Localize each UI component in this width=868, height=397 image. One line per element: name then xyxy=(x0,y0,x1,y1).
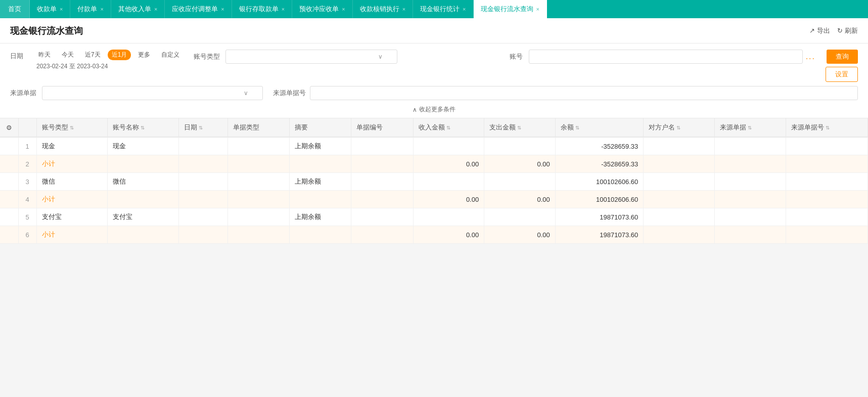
cell-income xyxy=(413,208,484,226)
cell-expense: 0.00 xyxy=(484,155,556,173)
row-number: 6 xyxy=(18,226,36,244)
nav-tab-3[interactable]: 应收应付调整单 × xyxy=(165,0,232,18)
tab-label: 其他收入单 xyxy=(118,5,151,14)
cell-income: 0.00 xyxy=(413,155,484,173)
refresh-button[interactable]: ↻ 刷新 xyxy=(837,26,858,35)
row-number: 1 xyxy=(18,137,36,155)
cell-doc_no xyxy=(351,137,413,155)
cell-date xyxy=(178,137,227,155)
row-gear-cell xyxy=(0,137,18,155)
collapse-icon: ∧ xyxy=(413,106,417,113)
cell-expense xyxy=(484,137,556,155)
cell-summary xyxy=(290,155,351,173)
tab-label: 银行存取款单 xyxy=(239,5,279,14)
nav-tab-4[interactable]: 银行存取款单 × xyxy=(232,0,292,18)
tab-close-icon[interactable]: × xyxy=(100,6,103,12)
collapse-label: 收起更多条件 xyxy=(419,105,455,114)
cell-acct_name xyxy=(108,226,179,244)
nav-tab-5[interactable]: 预收冲应收单 × xyxy=(292,0,352,18)
cell-source_doc_no xyxy=(786,173,868,191)
row-number: 4 xyxy=(18,191,36,208)
col-source-doc-no[interactable]: 来源单据号⇅ xyxy=(786,118,868,137)
cell-acct_type: 支付宝 xyxy=(36,208,108,226)
col-income[interactable]: 收入金额⇅ xyxy=(413,118,484,137)
cell-income: 0.00 xyxy=(413,226,484,244)
cell-summary xyxy=(290,226,351,244)
cell-doc_type xyxy=(227,226,289,244)
settings-button[interactable]: 设置 xyxy=(826,67,858,82)
nav-tab-8[interactable]: 现金银行流水查询 × xyxy=(474,0,547,18)
date-option-more[interactable]: 更多 xyxy=(134,50,154,60)
cell-source_doc_no xyxy=(786,155,868,173)
source-doc-select[interactable]: ∨ xyxy=(42,86,263,100)
tab-label: 收款单 xyxy=(37,5,57,14)
col-date[interactable]: 日期⇅ xyxy=(178,118,227,137)
date-options: 昨天 今天 近7天 近1月 更多 自定义 xyxy=(34,50,184,60)
acct-num-select[interactable] xyxy=(529,50,802,64)
col-expense[interactable]: 支出金额⇅ xyxy=(484,118,556,137)
col-acct-name[interactable]: 账号名称⇅ xyxy=(108,118,179,137)
date-option-today[interactable]: 今天 xyxy=(58,50,78,60)
home-label: 首页 xyxy=(8,5,21,14)
nav-tab-2[interactable]: 其他收入单 × xyxy=(111,0,165,18)
sort-icon: ⇅ xyxy=(676,125,680,130)
col-gear[interactable]: ⚙ xyxy=(0,118,18,137)
cell-balance: 100102606.60 xyxy=(555,191,643,208)
col-counterpart[interactable]: 对方户名⇅ xyxy=(644,118,715,137)
filter-area: 日期 昨天 今天 近7天 近1月 更多 自定义 2023-02-24 至 202… xyxy=(0,43,868,118)
refresh-label: 刷新 xyxy=(845,26,858,35)
cell-balance: 100102606.60 xyxy=(555,173,643,191)
cell-source_doc_no xyxy=(786,208,868,226)
tab-close-icon[interactable]: × xyxy=(154,6,157,12)
tab-close-icon[interactable]: × xyxy=(282,6,285,12)
cell-counterpart xyxy=(644,226,715,244)
tab-close-icon[interactable]: × xyxy=(342,6,345,12)
acct-num-dots[interactable]: ... xyxy=(806,52,815,61)
cell-balance: 19871073.60 xyxy=(555,226,643,244)
acct-type-select[interactable]: ∨ xyxy=(225,50,397,64)
cell-source_doc xyxy=(714,208,786,226)
col-acct-type[interactable]: 账号类型⇅ xyxy=(36,118,108,137)
row-gear-cell xyxy=(0,208,18,226)
tab-close-icon[interactable]: × xyxy=(536,6,539,12)
date-option-1month[interactable]: 近1月 xyxy=(108,50,131,60)
table-row: 6小计0.000.0019871073.60 xyxy=(0,226,868,244)
row-number: 3 xyxy=(18,173,36,191)
tab-close-icon[interactable]: × xyxy=(221,6,224,12)
tab-close-icon[interactable]: × xyxy=(463,6,466,12)
collapse-bar[interactable]: ∧ 收起更多条件 xyxy=(10,103,858,114)
sort-icon: ⇅ xyxy=(575,125,579,130)
row-gear-cell xyxy=(0,226,18,244)
nav-tab-1[interactable]: 付款单 × xyxy=(70,0,111,18)
cell-counterpart xyxy=(644,173,715,191)
row-gear-cell xyxy=(0,155,18,173)
source-doc-num-input[interactable] xyxy=(310,86,858,100)
date-option-custom[interactable]: 自定义 xyxy=(157,50,184,60)
col-balance[interactable]: 余额⇅ xyxy=(555,118,643,137)
col-doc-no: 单据编号 xyxy=(351,118,413,137)
cell-date xyxy=(178,173,227,191)
tab-label: 付款单 xyxy=(77,5,97,14)
nav-tab-7[interactable]: 现金银行统计 × xyxy=(413,0,473,18)
gear-icon[interactable]: ⚙ xyxy=(6,124,12,131)
nav-home[interactable]: 首页 xyxy=(0,0,30,18)
table-body: 1现金现金上期余额-3528659.332小计0.000.00-3528659.… xyxy=(0,137,868,244)
nav-tab-0[interactable]: 收款单 × xyxy=(30,0,70,18)
cell-acct_type: 小计 xyxy=(36,155,108,173)
date-option-7days[interactable]: 近7天 xyxy=(81,50,105,60)
cell-source_doc xyxy=(714,155,786,173)
date-option-yesterday[interactable]: 昨天 xyxy=(34,50,55,60)
cell-doc_no xyxy=(351,226,413,244)
table-row: 2小计0.000.00-3528659.33 xyxy=(0,155,868,173)
query-button[interactable]: 查询 xyxy=(827,50,858,64)
tab-close-icon[interactable]: × xyxy=(402,6,405,12)
export-button[interactable]: ↗ 导出 xyxy=(809,26,830,35)
cell-source_doc xyxy=(714,173,786,191)
cell-doc_type xyxy=(227,208,289,226)
cell-source_doc xyxy=(714,226,786,244)
col-source-doc[interactable]: 来源单据⇅ xyxy=(714,118,786,137)
cell-income: 0.00 xyxy=(413,191,484,208)
nav-tab-6[interactable]: 收款核销执行 × xyxy=(353,0,413,18)
col-row-num xyxy=(18,118,36,137)
tab-close-icon[interactable]: × xyxy=(60,6,63,12)
